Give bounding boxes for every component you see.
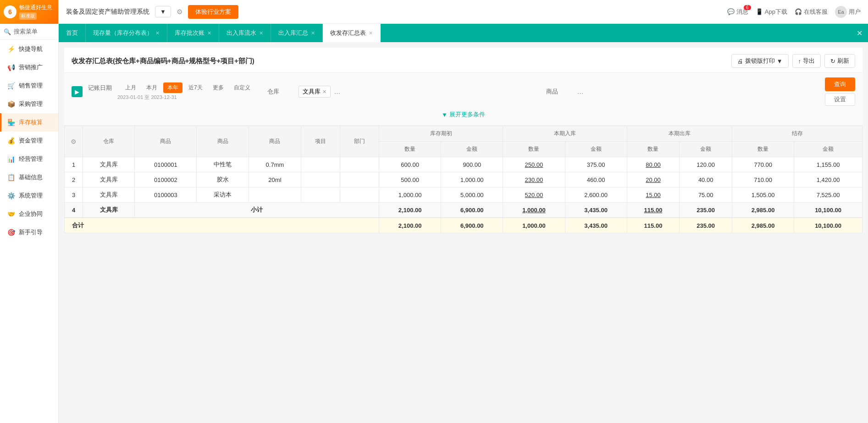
row-in-qty[interactable]: 520.00 (503, 187, 565, 203)
settings-button[interactable]: 设置 (825, 93, 855, 106)
print-label: 拨锁版打印 (745, 57, 775, 65)
tab-close-icon[interactable]: ✕ (259, 30, 263, 36)
row-seq: 3 (65, 187, 83, 203)
date-shortcut-更多[interactable]: 更多 (209, 82, 228, 93)
tab-label: 库存批次账 (175, 29, 205, 37)
logo-icon: 6 (4, 5, 17, 18)
sidebar-item-finance[interactable]: 💰资金管理 (0, 132, 58, 150)
row-in-qty[interactable]: 230.00 (503, 172, 565, 187)
table-row: 2 文具库 0100002 胶水 20ml 500.00 1,000.00 23… (65, 172, 862, 187)
sidebar-item-marketing[interactable]: 📢营销推广 (0, 58, 58, 77)
row-out-amt: 120.00 (680, 157, 732, 172)
col-in-amt-header: 金额 (565, 142, 627, 157)
row-in-qty[interactable]: 250.00 (503, 157, 565, 172)
sidebar-item-inventory[interactable]: 🏪库存核算 (0, 113, 58, 132)
date-range-display: 2023-01-01 至 2023-12-31 (117, 94, 254, 101)
date-shortcut-自定义[interactable]: 自定义 (230, 82, 254, 93)
marketing-icon: 📢 (7, 63, 15, 71)
subtotal-bal-amt: 10,100.00 (794, 203, 862, 218)
expand-button[interactable]: ▼ 展开更多条件 (442, 110, 485, 119)
subtotal-out-qty[interactable]: 115.00 (627, 203, 680, 218)
total-in-amt: 3,435.00 (565, 218, 627, 233)
user-item[interactable]: Ea 用户 (835, 6, 861, 18)
tab-[interactable]: 出入库流水✕ (219, 24, 271, 42)
sidebar-item-quicknav[interactable]: ⚡快捷导航 (0, 40, 58, 58)
system-name: 装备及固定资产辅助管理系统 (66, 8, 149, 16)
warehouse-label: 仓库 (267, 88, 295, 96)
logo-badge: 标准版 (19, 12, 37, 20)
sidebar-item-guide[interactable]: 🎯新手引导 (0, 223, 58, 242)
row-out-qty[interactable]: 20.00 (627, 172, 680, 187)
col-project-header: 项目 (301, 126, 340, 157)
warehouse-more-icon[interactable]: ... (334, 88, 340, 96)
sidebar-item-corp[interactable]: 🤝企业协同 (0, 205, 58, 223)
col-bal-qty-header: 数量 (732, 142, 794, 157)
goods-filter-group: 商品 ... (546, 88, 819, 96)
row-dept (340, 157, 379, 172)
refresh-button[interactable]: ↻ 刷新 (824, 54, 855, 68)
tab-label: 现存量（库存分布表） (93, 29, 153, 37)
headset-icon: 🎧 (795, 8, 802, 15)
col-out-qty-header: 数量 (627, 142, 680, 157)
date-shortcut-本月[interactable]: 本月 (142, 82, 161, 93)
tab-[interactable]: 首页 (59, 24, 86, 42)
subtotal-in-qty[interactable]: 1,000.00 (503, 203, 565, 218)
col-gear-icon[interactable]: ⚙ (71, 138, 77, 145)
sidebar-item-basic[interactable]: 📋基础信息 (0, 168, 58, 187)
filter-toggle-button[interactable]: ▶ (72, 86, 83, 97)
sales-icon: 🛒 (7, 82, 15, 90)
sidebar-item-sales[interactable]: 🛒销售管理 (0, 77, 58, 95)
subtotal-init-amt: 6,900.00 (441, 203, 503, 218)
corp-icon: 🤝 (7, 210, 15, 218)
gear-settings-icon[interactable]: ⚙ (177, 8, 182, 16)
print-button[interactable]: 🖨 拨锁版打印 ▼ (731, 54, 789, 68)
row-init-qty: 500.00 (379, 172, 441, 187)
row-project (301, 157, 340, 172)
data-table: ⚙ 仓库 商品 商品 商品 项目 部门 库存期初 本期入库 本期出库 结存 (64, 126, 862, 233)
tab-close-icon[interactable]: ✕ (207, 30, 211, 36)
system-dropdown[interactable]: ▼ (155, 6, 171, 17)
tab-bar: 首页现存量（库存分布表）✕库存批次账✕出入库流水✕出入库汇总✕收发存汇总表✕✕ (59, 24, 868, 42)
operation-icon: 📊 (7, 155, 15, 163)
tab-bar-close-icon[interactable]: ✕ (857, 29, 868, 38)
row-out-qty[interactable]: 15.00 (627, 187, 680, 203)
row-seq: 2 (65, 172, 83, 187)
export-button[interactable]: ↑ 导出 (792, 54, 821, 68)
sidebar-item-operation[interactable]: 📊经营管理 (0, 150, 58, 168)
warehouse-remove-icon[interactable]: ✕ (322, 89, 326, 95)
experience-button[interactable]: 体验行业方案 (188, 5, 238, 19)
tab-close-icon[interactable]: ✕ (369, 30, 373, 36)
export-label: 导出 (803, 57, 815, 65)
app-download-item[interactable]: 📱 App下载 (756, 8, 787, 16)
sidebar-item-system[interactable]: ⚙️系统管理 (0, 187, 58, 205)
date-filter-group: 记账日期 上月本月本年近7天更多自定义 2023-01-01 至 2023-12… (88, 82, 254, 101)
system-icon: ⚙️ (7, 192, 15, 200)
tab-[interactable]: 收发存汇总表✕ (323, 24, 381, 42)
row-out-amt: 75.00 (680, 187, 732, 203)
main-content: 装备及固定资产辅助管理系统 ▼ ⚙ 体验行业方案 💬 消息 6 📱 App下载 … (59, 0, 868, 423)
print-icon: 🖨 (737, 58, 743, 65)
query-button[interactable]: 查询 (825, 77, 855, 91)
tab-[interactable]: 出入库汇总✕ (271, 24, 323, 42)
online-service-item[interactable]: 🎧 在线客服 (795, 8, 828, 16)
tab-[interactable]: 现存量（库存分布表）✕ (86, 24, 167, 42)
sidebar-search[interactable]: 🔍 搜索菜单 (0, 24, 58, 40)
avatar: Ea (835, 6, 847, 18)
date-shortcut-上月[interactable]: 上月 (121, 82, 140, 93)
message-icon-item[interactable]: 💬 消息 6 (727, 8, 748, 16)
tab-close-icon[interactable]: ✕ (155, 30, 160, 36)
warehouse-tag-text: 文具库 (303, 88, 321, 96)
row-warehouse: 文具库 (83, 157, 135, 172)
sidebar-item-label: 基础信息 (19, 173, 43, 181)
goods-more-icon[interactable]: ... (577, 88, 583, 96)
row-name: 中性笔 (197, 157, 249, 172)
search-icon: 🔍 (4, 28, 11, 35)
row-out-qty[interactable]: 80.00 (627, 157, 680, 172)
date-shortcut-本年[interactable]: 本年 (163, 82, 182, 93)
row-in-amt: 2,600.00 (565, 187, 627, 203)
sidebar-item-purchase[interactable]: 📦采购管理 (0, 95, 58, 113)
row-code: 0100002 (135, 172, 197, 187)
date-shortcut-近7天[interactable]: 近7天 (184, 82, 207, 93)
tab-close-icon[interactable]: ✕ (311, 30, 315, 36)
tab-[interactable]: 库存批次账✕ (167, 24, 219, 42)
